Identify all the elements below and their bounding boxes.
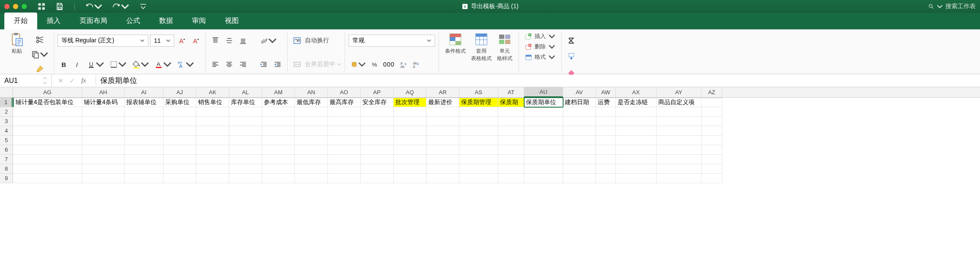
search-box[interactable]: 搜索工作表 [928, 3, 976, 10]
cell-AQ9[interactable] [394, 174, 426, 183]
cell-AY3[interactable] [657, 117, 701, 126]
cell-AV9[interactable] [563, 174, 596, 183]
cell-AT1[interactable]: 保质期 [498, 98, 524, 107]
cell-AL7[interactable] [229, 155, 262, 164]
cell-AI2[interactable] [125, 107, 163, 117]
cell-AO9[interactable] [328, 174, 361, 183]
percent-button[interactable]: % [369, 59, 380, 70]
cell-AK9[interactable] [196, 174, 229, 183]
cancel-formula-button[interactable]: ✕ [58, 77, 64, 85]
cell-AZ9[interactable] [701, 174, 722, 183]
column-header-AS[interactable]: AS [459, 87, 498, 97]
column-header-AX[interactable]: AX [616, 87, 657, 97]
cell-AP8[interactable] [361, 164, 394, 174]
conditional-format-button[interactable]: 条件格式 [442, 32, 468, 55]
cell-AQ6[interactable] [394, 145, 426, 155]
fill-button[interactable] [565, 50, 577, 62]
cell-AQ5[interactable] [394, 136, 426, 145]
cell-AI4[interactable] [125, 126, 163, 136]
cell-AW9[interactable] [596, 174, 616, 183]
column-header-AL[interactable]: AL [229, 87, 262, 97]
minimize-window-button[interactable] [13, 4, 18, 9]
cell-AV4[interactable] [563, 126, 596, 136]
cell-AP5[interactable] [361, 136, 394, 145]
row-header-3[interactable]: 3 [0, 117, 13, 126]
cell-AO5[interactable] [328, 136, 361, 145]
cell-AH8[interactable] [82, 164, 125, 174]
cell-AU7[interactable] [524, 155, 563, 164]
cell-AY9[interactable] [657, 174, 701, 183]
cell-AX2[interactable] [616, 107, 657, 117]
cell-styles-button[interactable]: 单元 格样式 [494, 32, 515, 62]
redo-button[interactable] [110, 0, 131, 13]
cell-AY6[interactable] [657, 145, 701, 155]
column-header-AN[interactable]: AN [295, 87, 328, 97]
cell-AT6[interactable] [498, 145, 524, 155]
cell-AK2[interactable] [196, 107, 229, 117]
cell-AJ2[interactable] [163, 107, 196, 117]
italic-button[interactable]: I [71, 58, 83, 70]
cell-AN2[interactable] [295, 107, 328, 117]
format-as-table-button[interactable]: 套用 表格格式 [468, 32, 494, 62]
align-bottom-button[interactable] [237, 35, 249, 47]
cell-AV7[interactable] [563, 155, 596, 164]
cell-AN6[interactable] [295, 145, 328, 155]
row-header-4[interactable]: 4 [0, 126, 13, 136]
row-header-7[interactable]: 7 [0, 155, 13, 164]
cell-AH7[interactable] [82, 155, 125, 164]
cell-AI6[interactable] [125, 145, 163, 155]
tab-data[interactable]: 数据 [150, 13, 183, 29]
column-header-AH[interactable]: AH [82, 87, 125, 97]
cell-AY2[interactable] [657, 107, 701, 117]
cell-AQ3[interactable] [394, 117, 426, 126]
cell-AL5[interactable] [229, 136, 262, 145]
cell-AH3[interactable] [82, 117, 125, 126]
cell-AH4[interactable] [82, 126, 125, 136]
column-header-AR[interactable]: AR [426, 87, 459, 97]
align-top-button[interactable] [209, 35, 221, 47]
cell-AW7[interactable] [596, 155, 616, 164]
column-header-AK[interactable]: AK [196, 87, 229, 97]
decrease-indent-button[interactable] [258, 58, 270, 70]
cell-AT2[interactable] [498, 107, 524, 117]
cell-AZ6[interactable] [701, 145, 722, 155]
cell-AX1[interactable]: 是否走冻链 [616, 98, 657, 107]
cell-AR3[interactable] [426, 117, 459, 126]
tab-home[interactable]: 开始 [4, 13, 37, 29]
cell-AZ3[interactable] [701, 117, 722, 126]
cell-AP9[interactable] [361, 174, 394, 183]
cell-AK1[interactable]: 销售单位 [196, 98, 229, 107]
tab-page-layout[interactable]: 页面布局 [70, 13, 117, 29]
cell-AI8[interactable] [125, 164, 163, 174]
cell-AQ8[interactable] [394, 164, 426, 174]
cell-AM1[interactable]: 参考成本 [262, 98, 295, 107]
name-box[interactable]: AU1 [0, 74, 52, 87]
cell-AT9[interactable] [498, 174, 524, 183]
fill-color-button[interactable] [130, 58, 151, 70]
cell-AK8[interactable] [196, 164, 229, 174]
cell-AX9[interactable] [616, 174, 657, 183]
customize-qat-button[interactable] [137, 0, 149, 13]
cell-AG7[interactable] [13, 155, 82, 164]
cell-AS8[interactable] [459, 164, 498, 174]
increase-font-button[interactable]: A [176, 35, 188, 47]
cell-AW2[interactable] [596, 107, 616, 117]
cell-AJ3[interactable] [163, 117, 196, 126]
column-header-AV[interactable]: AV [563, 87, 596, 97]
cell-AG3[interactable] [13, 117, 82, 126]
cell-AH2[interactable] [82, 107, 125, 117]
cell-AV1[interactable]: 建档日期 [563, 98, 596, 107]
cell-AO6[interactable] [328, 145, 361, 155]
cell-AS1[interactable]: 保质期管理 [459, 98, 498, 107]
cell-AX8[interactable] [616, 164, 657, 174]
cell-AI5[interactable] [125, 136, 163, 145]
cell-AL8[interactable] [229, 164, 262, 174]
cell-AQ4[interactable] [394, 126, 426, 136]
cell-AW6[interactable] [596, 145, 616, 155]
cell-AU1[interactable]: 保质期单位 [524, 98, 563, 107]
cell-AJ4[interactable] [163, 126, 196, 136]
copy-button[interactable] [29, 48, 50, 60]
cell-AL6[interactable] [229, 145, 262, 155]
cell-AR2[interactable] [426, 107, 459, 117]
cell-AI3[interactable] [125, 117, 163, 126]
